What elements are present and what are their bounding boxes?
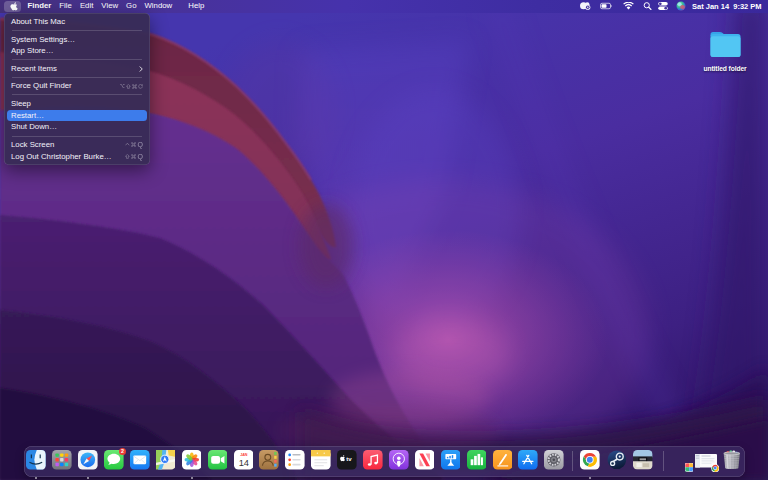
svg-text:14: 14 (238, 458, 248, 468)
svg-text:tv: tv (346, 455, 352, 462)
svg-text:JAN: JAN (240, 453, 248, 457)
